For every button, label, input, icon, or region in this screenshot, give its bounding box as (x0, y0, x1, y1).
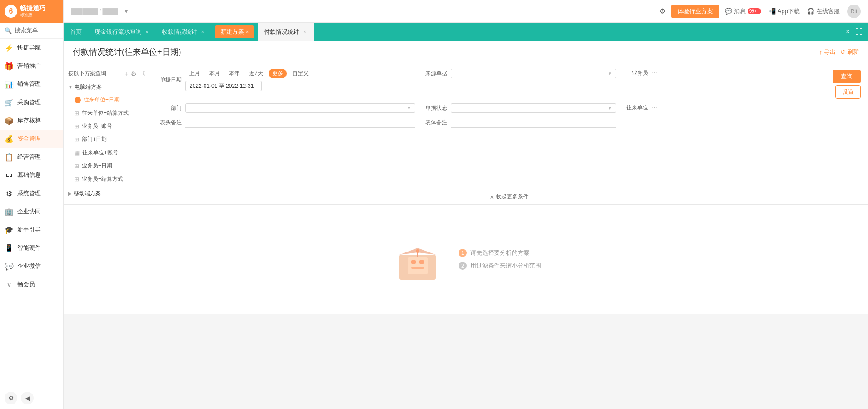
collapse-more-button[interactable]: ∧ 收起更多条件 (150, 189, 868, 204)
scheme-add-icon[interactable]: + (125, 70, 128, 77)
topbar: ███████ / ████ ▼ ⚙ 体验行业方案 💬 消息 99++ 📲 Ap… (64, 0, 868, 23)
basics-icon: 🗂 (5, 171, 14, 180)
sidebar-settings-button[interactable]: ⚙ (5, 392, 17, 404)
date-label: 单据日期 (157, 76, 182, 84)
date-option-custom[interactable]: 自定义 (289, 69, 312, 78)
scheme-settings-icon[interactable]: ⚙ (131, 70, 137, 77)
date-option-this-year[interactable]: 本年 (225, 69, 244, 78)
sidebar-item-label: 快捷导航 (17, 44, 41, 52)
main-area: ███████ / ████ ▼ ⚙ 体验行业方案 💬 消息 99++ 📲 Ap… (64, 0, 868, 409)
empty-step-1: 1 请先选择要分析的方案 (459, 249, 541, 257)
sidebar-collapse-button[interactable]: ◀ (21, 392, 34, 404)
sidebar-item-guide[interactable]: 🎓 新手引导 (0, 221, 63, 239)
scheme-item-dept-date[interactable]: ⊞ 部门+日期 (64, 133, 150, 146)
tab-new-scheme[interactable]: 新建方案 × (215, 25, 254, 38)
date-range-input[interactable] (185, 81, 262, 91)
table-header-note-input[interactable] (185, 117, 415, 128)
date-option-last-month[interactable]: 上月 (185, 69, 204, 78)
customer-service-button[interactable]: 🎧 在线客服 (807, 7, 840, 15)
tab-bank-flow-label: 现金银行流水查询 (95, 28, 142, 36)
vip-icon: V (5, 280, 14, 289)
tab-bank-flow[interactable]: 现金银行流水查询 × (88, 23, 155, 41)
sidebar-nav: ⚡ 快捷导航 🎁 营销推广 📊 销售管理 🛒 采购管理 📦 库存核算 💰 资金管… (0, 39, 63, 387)
svg-rect-6 (411, 267, 424, 269)
date-option-this-month[interactable]: 本月 (205, 69, 224, 78)
filter-row-3: 表头备注 表体备注 (157, 117, 861, 128)
scheme-item-label: 往来单位+结算方式 (82, 109, 129, 117)
hardware-icon: 📱 (5, 243, 14, 252)
filter-area: 单据日期 上月 本月 本年 近7天 更多 自定义 (150, 63, 868, 189)
scheme-mobile-group-header[interactable]: ▶ 移动端方案 (64, 187, 150, 200)
messages-button[interactable]: 💬 消息 99++ (725, 7, 761, 15)
sidebar-item-wechat[interactable]: 💬 企业微信 (0, 257, 63, 275)
finance-icon: 💰 (5, 134, 14, 143)
app-download-button[interactable]: 📲 App下载 (768, 7, 800, 15)
tab-maximize-icon[interactable]: ⛶ (853, 26, 864, 38)
export-icon: ↑ (819, 49, 823, 56)
scheme-item-counterpart-date[interactable]: 往来单位+日期 (64, 93, 150, 106)
sidebar-item-label: 采购管理 (17, 98, 41, 106)
app-name-block: 畅捷通巧 标准版 (20, 5, 45, 18)
scheme-item-table-icon: ⊞ (75, 176, 79, 182)
sidebar-item-sales[interactable]: 📊 销售管理 (0, 75, 63, 93)
scheme-item-counterpart-settle[interactable]: ⊞ 往来单位+结算方式 (64, 106, 150, 120)
sidebar-item-finance[interactable]: 💰 资金管理 (0, 130, 63, 148)
scheme-item-label: 部门+日期 (82, 136, 107, 143)
search-menu[interactable]: 🔍 搜索菜单 (0, 23, 63, 39)
table-body-note-input[interactable] (451, 117, 616, 128)
messages-badge: 99++ (748, 8, 761, 14)
refresh-button[interactable]: ↺ 刷新 (840, 48, 859, 56)
filter-field-doc-status: 单据状态 ▼ (423, 103, 616, 113)
scheme-pc-group-header[interactable]: ▼ 电脑端方案 (64, 81, 150, 93)
sidebar-item-marketing[interactable]: 🎁 营销推广 (0, 57, 63, 75)
filter-field-date: 单据日期 上月 本月 本年 近7天 更多 自定义 (157, 69, 415, 91)
tab-home-label: 首页 (70, 28, 82, 36)
dept-arrow-icon: ▼ (407, 106, 411, 111)
counterpart-dotdotdot[interactable]: ··· (652, 103, 658, 111)
scheme-item-label: 业务员+日期 (82, 162, 112, 170)
scheme-collapse-icon[interactable]: 《 (140, 70, 145, 77)
trial-button[interactable]: 体验行业方案 (671, 5, 719, 18)
tab-payment-stats-close[interactable]: × (302, 29, 307, 35)
scheme-item-label: 往来单位+日期 (84, 96, 120, 104)
sidebar-item-quick-nav[interactable]: ⚡ 快捷导航 (0, 39, 63, 57)
source-doc-select[interactable]: ▼ (451, 69, 616, 78)
staff-dotdotdot[interactable]: ··· (652, 69, 658, 77)
sidebar-item-vip[interactable]: V 畅会员 (0, 275, 63, 293)
tab-receivables[interactable]: 收款情况统计 × (155, 23, 211, 41)
sidebar-item-purchase[interactable]: 🛒 采购管理 (0, 93, 63, 111)
topbar-settings-icon[interactable]: ⚙ (659, 7, 666, 15)
sidebar-item-system[interactable]: ⚙ 系统管理 (0, 184, 63, 202)
export-button[interactable]: ↑ 导出 (819, 48, 836, 56)
dept-select[interactable]: ▼ (185, 103, 415, 113)
sidebar-logo: 6 畅捷通巧 标准版 (0, 0, 63, 23)
sidebar-item-hardware[interactable]: 📱 智能硬件 (0, 239, 63, 257)
filter-settings-button[interactable]: 设置 (835, 85, 861, 99)
tab-payment-stats[interactable]: 付款情况统计 × (258, 23, 313, 41)
query-button[interactable]: 查询 (833, 70, 861, 83)
sidebar-item-inventory[interactable]: 📦 库存核算 (0, 111, 63, 130)
topbar-chevron-icon[interactable]: ▼ (124, 8, 130, 15)
date-option-last-7[interactable]: 近7天 (245, 69, 267, 78)
sidebar-item-basics[interactable]: 🗂 基础信息 (0, 166, 63, 184)
doc-status-select[interactable]: ▼ (451, 103, 616, 113)
date-option-more[interactable]: 更多 (269, 69, 287, 78)
scheme-item-staff-date[interactable]: ⊞ 业务员+日期 (64, 159, 150, 172)
sidebar-item-enterprise[interactable]: 🏢 企业协同 (0, 202, 63, 221)
scheme-item-table-icon: ⊞ (75, 123, 79, 130)
user-avatar[interactable]: Rit (847, 5, 861, 18)
scheme-item-counterpart-account[interactable]: ▦ 往来单位+账号 (64, 146, 150, 159)
enterprise-icon: 🏢 (5, 207, 14, 216)
sidebar-item-operations[interactable]: 📋 经营管理 (0, 148, 63, 166)
tab-new-scheme-close[interactable]: × (246, 29, 249, 35)
tab-receivables-close[interactable]: × (200, 29, 205, 35)
sidebar-item-label: 资金管理 (17, 135, 41, 143)
tab-close-all-icon[interactable]: × (844, 26, 852, 38)
search-icon: 🔍 (5, 27, 12, 34)
scheme-mobile-arrow-icon: ▶ (68, 191, 72, 196)
tab-bank-flow-close[interactable]: × (145, 29, 149, 35)
scheme-item-staff-account[interactable]: ⊞ 业务员+账号 (64, 120, 150, 133)
scheme-item-staff-settle[interactable]: ⊞ 业务员+结算方式 (64, 172, 150, 186)
tab-home[interactable]: 首页 (64, 23, 88, 41)
collapse-label: 收起更多条件 (496, 193, 529, 201)
